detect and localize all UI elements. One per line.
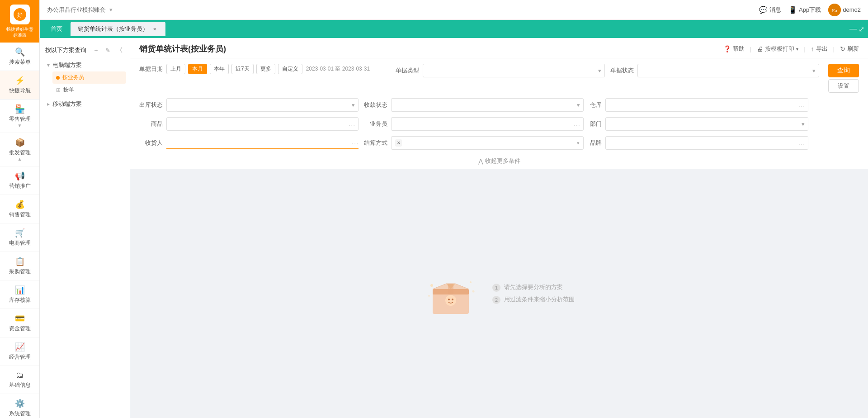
goods-dots: …	[348, 120, 355, 128]
sidebar: 好 畅捷通好生意 标准版 🔍 搜索菜单 ⚡ 快捷导航 🏪 零售管理 ▼ 📦 批发…	[0, 0, 40, 418]
page-header: 销货单统计表(按业务员) ❓ 帮助 | 🖨 按模板打印 ▾ | ↑	[130, 38, 868, 58]
message-icon: 💬	[759, 6, 768, 14]
payment-arrow: ▾	[577, 140, 580, 146]
prev-month-btn[interactable]: 上月	[166, 64, 185, 74]
tab-home[interactable]: 首页	[43, 22, 70, 36]
payment-select[interactable]: × ▾	[391, 136, 583, 150]
sidebar-item-retail[interactable]: 🏪 零售管理 ▼	[0, 100, 39, 133]
print-btn[interactable]: 🖨 按模板打印 ▾	[757, 45, 798, 53]
tab-sales-stats[interactable]: 销货单统计表（按业务员） ×	[71, 22, 165, 36]
brand-input[interactable]: …	[605, 136, 808, 150]
svg-point-13	[428, 295, 430, 297]
quick-nav-btn[interactable]: ⚡ 快捷导航	[3, 74, 37, 96]
user-menu[interactable]: Ea demo2	[828, 4, 861, 16]
recv-status-group: 收款状态	[364, 98, 583, 112]
tip1-text: 请先选择要分析的方案	[504, 283, 563, 291]
help-btn[interactable]: ❓ 帮助	[723, 45, 745, 53]
tip-2: 2 用过滤条件来缩小分析范围	[492, 295, 575, 304]
dropdown-arrow[interactable]: ▾	[109, 6, 113, 13]
panel-actions: ＋ ✎ 《	[91, 45, 124, 55]
tree-item-by-salesperson[interactable]: 按业务员	[52, 71, 126, 84]
sidebar-item-sales[interactable]: 💰 销售管理	[0, 195, 39, 223]
search-nav-item[interactable]: 🔍 搜索菜单	[0, 43, 39, 71]
custom-btn[interactable]: 自定义	[278, 64, 302, 74]
tab-maximize-btn[interactable]: ⤢	[859, 25, 864, 33]
tab-close-btn[interactable]: ×	[151, 25, 158, 33]
sidebar-item-operation[interactable]: 📈 经营管理	[0, 337, 39, 366]
tab-minimize-btn[interactable]: —	[849, 25, 857, 33]
query-btn[interactable]: 查询	[828, 64, 859, 77]
svg-point-8	[448, 299, 450, 300]
tree-pc-scheme[interactable]: ▾ 电脑端方案	[43, 59, 126, 71]
svg-point-12	[472, 290, 475, 292]
export-icon: ↑	[811, 45, 814, 52]
svg-text:好: 好	[17, 12, 23, 18]
ecommerce-icon: 🛒	[15, 228, 25, 238]
warehouse-label: 仓库	[589, 101, 602, 109]
inventory-icon: 📊	[15, 285, 25, 295]
panel-edit-btn[interactable]: ✎	[103, 45, 113, 55]
recv-status-select[interactable]	[391, 98, 583, 112]
sidebar-item-ecommerce[interactable]: 🛒 电商管理	[0, 223, 39, 252]
refresh-icon: ↻	[840, 45, 845, 52]
sidebar-item-system[interactable]: ⚙️ 系统管理	[0, 394, 39, 418]
svg-point-7	[445, 295, 456, 306]
retail-icon: 🏪	[15, 104, 25, 114]
sidebar-item-inventory[interactable]: 📊 库存核算	[0, 280, 39, 309]
quick-nav-item[interactable]: ⚡ 快捷导航	[0, 71, 39, 100]
sidebar-item-basic[interactable]: 🗂 基础信息	[0, 366, 39, 394]
svg-rect-6	[448, 284, 453, 294]
consignee-input[interactable]: …	[166, 137, 359, 149]
consignee-label: 收货人	[139, 139, 163, 147]
sidebar-item-purchase[interactable]: 📋 采购管理	[0, 252, 39, 280]
topbar-right: 💬 消息 📱 App下载 Ea demo2	[759, 4, 861, 16]
panel-collapse-btn[interactable]: 《	[114, 45, 124, 55]
left-panel-header: 按以下方案查询 ＋ ✎ 《	[40, 43, 130, 59]
app-download-btn[interactable]: 📱 App下载	[788, 6, 821, 14]
refresh-btn[interactable]: ↻ 刷新	[840, 45, 859, 53]
settings-btn[interactable]: 设置	[828, 79, 859, 93]
doc-status-select-wrapper	[637, 64, 820, 77]
wholesale-icon: 📦	[15, 138, 25, 147]
doc-type-select[interactable]	[423, 64, 605, 77]
avatar: Ea	[828, 4, 841, 16]
warehouse-group: 仓库 …	[589, 98, 808, 112]
brand-label: 品牌	[589, 139, 602, 147]
department-select[interactable]	[605, 117, 808, 131]
this-month-btn[interactable]: 本月	[188, 64, 207, 74]
goods-input[interactable]: …	[166, 117, 359, 131]
tree-collapsed-icon: ▸	[47, 101, 50, 107]
tab-sales-label: 销货单统计表（按业务员）	[78, 25, 148, 33]
salesperson-group: 业务员 …	[364, 117, 583, 131]
out-status-group: 出库状态	[139, 98, 359, 112]
sidebar-item-finance[interactable]: 💳 资金管理	[0, 309, 39, 337]
export-btn[interactable]: ↑ 导出	[811, 45, 828, 53]
consignee-group: 收货人 …	[139, 137, 359, 149]
sidebar-item-marketing[interactable]: 📢 营销推广	[0, 166, 39, 195]
topbar-left: 办公用品行业模拟账套 ▾	[47, 6, 113, 14]
date-filter-group: 单据日期 上月 本月 本年 近7天 更多 自定义 2023-03-01 至 20…	[139, 64, 390, 74]
message-btn[interactable]: 💬 消息	[759, 6, 781, 14]
last7days-btn[interactable]: 近7天	[231, 64, 254, 74]
salesperson-input[interactable]: …	[391, 117, 583, 131]
doc-status-label: 单据状态	[610, 66, 634, 75]
payment-label: 结算方式	[364, 139, 387, 147]
doc-status-select[interactable]	[637, 64, 820, 77]
out-status-select[interactable]	[166, 98, 359, 112]
tip2-text: 用过滤条件来缩小分析范围	[504, 295, 575, 304]
warehouse-input[interactable]: …	[605, 98, 808, 112]
brand-dots: …	[798, 139, 805, 147]
tree-item-by-order[interactable]: ⊞ 按单	[52, 84, 126, 96]
empty-illustration	[424, 266, 478, 321]
payment-group: 结算方式 × ▾	[364, 136, 583, 150]
collapse-btn[interactable]: ⋀ 收起更多条件	[130, 153, 868, 169]
retail-arrow: ▼	[18, 123, 22, 128]
panel-add-btn[interactable]: ＋	[91, 45, 101, 55]
phone-icon: 📱	[788, 6, 797, 14]
tree-mobile-scheme[interactable]: ▸ 移动端方案	[43, 98, 126, 110]
sidebar-item-wholesale[interactable]: 📦 批发管理 ▲	[0, 133, 39, 166]
more-btn[interactable]: 更多	[256, 64, 275, 74]
finance-icon: 💳	[15, 314, 25, 323]
this-year-btn[interactable]: 本年	[210, 64, 229, 74]
search-menu-btn[interactable]: 🔍 搜索菜单	[3, 45, 37, 68]
